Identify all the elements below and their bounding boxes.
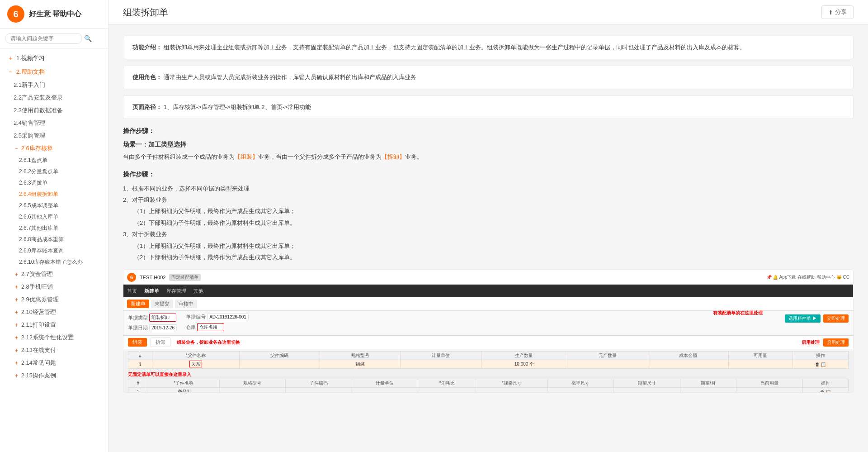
mock-select-btn[interactable]: 选用料件单 ▶ xyxy=(785,314,821,323)
mock-badge: 固定装配清单 xyxy=(169,274,201,281)
sidebar: 6 好生意 帮助中心 🔍 ＋ 1.视频学习 － 2.帮助文档 2.1新手入门 2… xyxy=(0,0,108,452)
th-orig-qty: 元产数量 xyxy=(567,352,648,360)
sidebar-item-print[interactable]: ＋ 2.11打印设置 xyxy=(0,319,108,331)
mock-nav-other: 其他 xyxy=(193,288,203,295)
annotation-bill-list: 有装配清单的在这里处理 xyxy=(713,310,763,316)
main-header: 组装拆卸单 ⬆ 分享 xyxy=(108,0,868,25)
mock-table2: # *子件名称 规格型号 子件编码 计量单位 *消耗比 *规格尺寸 概率尺寸 期… xyxy=(128,379,849,392)
mock-confirm-btn[interactable]: 立即处理 xyxy=(823,314,849,323)
sidebar-item-system[interactable]: ＋ 2.12系统个性化设置 xyxy=(0,331,108,344)
sidebar-item-partial-stocktake[interactable]: 2.6.2分量盘点单 xyxy=(0,166,108,177)
step3: 3、对于拆装业务 xyxy=(123,229,854,239)
th-avail: 可用量 xyxy=(729,352,793,360)
sidebar-label-docs: 2.帮助文档 xyxy=(16,68,45,76)
sidebar-item-sales[interactable]: 2.4销售管理 xyxy=(0,117,108,129)
step3-sub1: （1）上部明细为父件明细，最终作为原材料生成其它出库单； xyxy=(134,241,854,251)
sidebar-header: 6 好生意 帮助中心 xyxy=(0,0,108,29)
sidebar-item-other-out[interactable]: 2.6.7其他出库单 xyxy=(0,223,108,234)
sidebar-item-assembly[interactable]: 2.6.4组装拆卸单 xyxy=(0,189,108,200)
mock-nav: 首页 新建单 库存管理 其他 xyxy=(123,285,853,297)
sidebar-item-cases[interactable]: ＋ 2.15操作案例 xyxy=(0,369,108,382)
mock-tab-active: 新建单 xyxy=(127,300,149,308)
th-prod-qty: 生产数量 xyxy=(481,352,567,360)
th-spec: 规格型号 xyxy=(320,352,400,360)
sidebar-item-ops[interactable]: ＋ 2.10经营管理 xyxy=(0,306,108,319)
sidebar-item-faq[interactable]: ＋ 2.14常见问题 xyxy=(0,357,108,369)
mock-table2-wrap: 无固定清单可以直接在这里录入 # *子件名称 规格型号 子件编码 计量单位 *消… xyxy=(123,371,853,392)
share-label: 分享 xyxy=(835,8,847,16)
mock-logo: 6 xyxy=(127,273,136,282)
role-text: 通常由生产人员或库管人员完成拆装业务的操作，库管人员确认原材料的出库和产成品的入… xyxy=(164,74,416,81)
mock-table2-header: # *子件名称 规格型号 子件编码 计量单位 *消耗比 *规格尺寸 概率尺寸 期… xyxy=(128,379,849,388)
logo-icon: 6 xyxy=(7,5,24,23)
path-text: 1、库存核算->库存管理->组装拆卸单 2、首页->常用功能 xyxy=(164,104,311,110)
mock-tab-bar: 新建单 未提交 审核中 xyxy=(123,297,853,311)
search-input[interactable] xyxy=(5,33,82,44)
sidebar-item-transfer[interactable]: 2.6.3调拨单 xyxy=(0,177,108,189)
th-parent-code: 父件编码 xyxy=(239,352,320,360)
sidebar-nav: ＋ 1.视频学习 － 2.帮助文档 2.1新手入门 2.2产品安装及登录 2.3… xyxy=(0,49,108,452)
share-icon: ⬆ xyxy=(828,9,833,16)
ops-steps2-title: 操作步骤： xyxy=(123,171,854,179)
th-cost: 成本金额 xyxy=(648,352,728,360)
path-label: 页面路径： xyxy=(132,104,162,110)
step3-sub2: （2）下部明细为子件明细，最终作为产成品生成其它入库单。 xyxy=(134,252,854,262)
sidebar-item-stock-ledger[interactable]: 2.6.9库存账本查询 xyxy=(0,245,108,257)
search-box: 🔍 xyxy=(0,29,108,49)
sidebar-item-cost-adjust[interactable]: 2.6.5成本调整单 xyxy=(0,200,108,211)
sidebar-item-inventory[interactable]: － 2.6库存核算 xyxy=(0,142,108,155)
sidebar-item-finance[interactable]: ＋ 2.7资金管理 xyxy=(0,268,108,281)
mock-nav-new: 新建单 xyxy=(144,288,159,295)
mock-type-row: 组装 拆卸 组装业务，拆卸业务在这里切换 启用处理 启用处理 xyxy=(123,336,853,349)
share-button[interactable]: ⬆ 分享 xyxy=(821,5,854,19)
sidebar-item-stock-ledger-fix[interactable]: 2.6.10库存账本错了怎么办 xyxy=(0,257,108,268)
role-label: 使用角色： xyxy=(132,74,162,81)
search-button[interactable]: 🔍 xyxy=(84,35,92,42)
sidebar-item-coupon[interactable]: ＋ 2.9优惠券管理 xyxy=(0,293,108,306)
mock-table1: # *父件名称 父件编码 规格型号 计量单位 生产数量 元产数量 成本金额 可用… xyxy=(128,351,849,369)
scene1-title: 场景一：加工类型选择 xyxy=(123,141,854,149)
minus-icon2: － xyxy=(14,145,19,152)
sidebar-item-docs[interactable]: － 2.帮助文档 xyxy=(0,65,108,79)
mock-input-no: AD-20191226-001 xyxy=(207,314,249,320)
func-intro-box: 功能介绍： 组装拆卸单用来处理企业组装或拆卸等加工业务，支持有固定装配清单的产品… xyxy=(123,36,854,59)
path-box: 页面路径： 1、库存核算->库存管理->组装拆卸单 2、首页->常用功能 xyxy=(123,95,854,119)
mock-top-bar: 6 TEST-H002 固定装配清单 📌 🔔 App下载 在线帮助 帮助中心 🐱… xyxy=(123,270,853,285)
sidebar-item-payment[interactable]: ＋ 2.13在线支付 xyxy=(0,344,108,357)
sidebar-item-mobile[interactable]: ＋ 2.8手机旺铺 xyxy=(0,281,108,293)
screenshot-container: 6 TEST-H002 固定装配清单 📌 🔔 App下载 在线帮助 帮助中心 🐱… xyxy=(123,270,854,393)
sidebar-item-data-prep[interactable]: 2.3使用前数据准备 xyxy=(0,104,108,117)
page-title: 组装拆卸单 xyxy=(123,6,168,19)
annotation-process: 启用处理 xyxy=(802,339,820,346)
logo-text: 好生意 帮助中心 xyxy=(29,10,81,19)
step2: 2、对于组装业务 xyxy=(123,195,854,205)
ops-steps-title: 操作步骤： xyxy=(123,127,854,135)
annotation-direct-input: 无固定清单可以直接在这里录入 xyxy=(128,371,849,378)
sidebar-item-stocktake[interactable]: 2.6.1盘点单 xyxy=(0,155,108,166)
sidebar-item-other-in[interactable]: 2.6.6其他入库单 xyxy=(0,211,108,223)
mock-table1-wrap: # *父件名称 父件编码 规格型号 计量单位 生产数量 元产数量 成本金额 可用… xyxy=(123,349,853,371)
th-seq: # xyxy=(128,352,152,360)
mock-process-btn[interactable]: 启用处理 xyxy=(823,338,849,347)
mock-field-date: 单据日期 2019-12-26 xyxy=(128,324,177,331)
mock-field-no: 单据编号 AD-20191226-001 xyxy=(186,314,249,320)
sidebar-item-newbie[interactable]: 2.1新手入门 xyxy=(0,79,108,91)
sidebar-item-video[interactable]: ＋ 1.视频学习 xyxy=(0,52,108,65)
mock-form-area: 单据类型 组装拆卸 单据日期 2019-12-26 单据编号 AD-201912… xyxy=(123,311,853,336)
screenshot-mock: 6 TEST-H002 固定装配清单 📌 🔔 App下载 在线帮助 帮助中心 🐱… xyxy=(123,270,853,392)
sidebar-label-video: 1.视频学习 xyxy=(16,54,45,62)
mock-top-icons: 📌 🔔 App下载 在线帮助 帮助中心 🐱 CC xyxy=(766,274,849,281)
annotation-switch: 组装业务，拆卸业务在这里切换 xyxy=(177,339,240,346)
th-unit: 计量单位 xyxy=(401,352,481,360)
mock-table1-header: # *父件名称 父件编码 规格型号 计量单位 生产数量 元产数量 成本金额 可用… xyxy=(128,352,849,360)
mock-field-type: 单据类型 组装拆卸 xyxy=(128,314,177,322)
mock-input-warehouse: 仓库名用 xyxy=(197,323,224,331)
mock-input-date: 2019-12-26 xyxy=(149,324,177,331)
scene1-desc: 当由多个子件材料组装成一个成品的业务为【组装】业务，当由一个父件拆分成多个子产品… xyxy=(123,152,854,162)
mock-btn-disassembly[interactable]: 拆卸 xyxy=(151,338,170,347)
sidebar-item-install[interactable]: 2.2产品安装及登录 xyxy=(0,91,108,104)
sidebar-item-purchase[interactable]: 2.5采购管理 xyxy=(0,129,108,142)
assembly-term: 【组装】 xyxy=(235,153,258,160)
sidebar-item-cost-recalc[interactable]: 2.6.8商品成本重算 xyxy=(0,234,108,245)
mock-btn-assembly[interactable]: 组装 xyxy=(128,338,147,347)
